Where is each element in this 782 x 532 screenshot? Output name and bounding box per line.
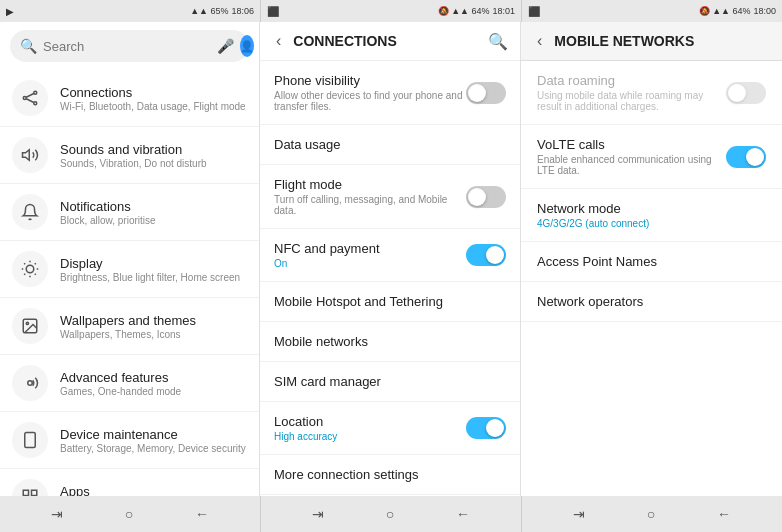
- settings-item-device[interactable]: Device maintenance Battery, Storage, Mem…: [0, 412, 259, 469]
- svg-point-16: [26, 322, 28, 324]
- location-toggle[interactable]: [466, 417, 506, 439]
- data-roaming-subtitle: Using mobile data while roaming may resu…: [537, 90, 726, 112]
- search-bar[interactable]: 🔍 🎤 👤: [10, 30, 249, 62]
- flight-mode-title: Flight mode: [274, 177, 466, 192]
- status-right-3: 🔕 ▲▲ 64% 18:00: [699, 6, 776, 16]
- flight-mode-content: Flight mode Turn off calling, messaging,…: [274, 177, 466, 216]
- settings-item-connections[interactable]: Connections Wi-Fi, Bluetooth, Data usage…: [0, 70, 259, 127]
- flight-mode-toggle[interactable]: [466, 186, 506, 208]
- connections-title: Connections: [60, 85, 247, 100]
- nav-back-3[interactable]: ←: [717, 506, 731, 522]
- wallpapers-subtitle: Wallpapers, Themes, Icons: [60, 329, 247, 340]
- mobile-networks-header-title: MOBILE NETWORKS: [554, 33, 770, 49]
- connections-back-button[interactable]: ‹: [272, 30, 285, 52]
- data-roaming-content: Data roaming Using mobile data while roa…: [537, 73, 726, 112]
- wallpapers-text: Wallpapers and themes Wallpapers, Themes…: [60, 313, 247, 340]
- nav-home-1[interactable]: ○: [125, 506, 133, 522]
- conn-item-mobile-networks[interactable]: Mobile networks: [260, 322, 520, 362]
- connections-subtitle: Wi-Fi, Bluetooth, Data usage, Flight mod…: [60, 101, 247, 112]
- nav-home-3[interactable]: ○: [647, 506, 655, 522]
- status-bar-3: ⬛ 🔕 ▲▲ 64% 18:00: [522, 0, 782, 22]
- apps-icon: [12, 479, 48, 496]
- conn-item-location[interactable]: Location High accuracy: [260, 402, 520, 455]
- conn-item-data-usage[interactable]: Data usage: [260, 125, 520, 165]
- mobile-networks-back-button[interactable]: ‹: [533, 30, 546, 52]
- display-icon: [12, 251, 48, 287]
- advanced-title: Advanced features: [60, 370, 247, 385]
- svg-line-4: [26, 99, 34, 103]
- data-roaming-title: Data roaming: [537, 73, 726, 88]
- network-mode-subtitle: 4G/3G/2G (auto connect): [537, 218, 766, 229]
- conn-item-sim[interactable]: SIM card manager: [260, 362, 520, 402]
- svg-line-10: [35, 274, 36, 275]
- phone-visibility-toggle[interactable]: [466, 82, 506, 104]
- device-subtitle: Battery, Storage, Memory, Device securit…: [60, 443, 247, 454]
- volte-content: VoLTE calls Enable enhanced communicatio…: [537, 137, 726, 176]
- settings-item-display[interactable]: Display Brightness, Blue light filter, H…: [0, 241, 259, 298]
- settings-item-apps[interactable]: Apps Default apps, App permissions: [0, 469, 259, 496]
- signal-icons-3: 🔕 ▲▲ 64%: [699, 6, 751, 16]
- phone-visibility-subtitle: Allow other devices to find your phone a…: [274, 90, 466, 112]
- data-roaming-toggle[interactable]: [726, 82, 766, 104]
- nav-recent-2[interactable]: ⇥: [312, 506, 324, 522]
- svg-rect-20: [23, 490, 28, 495]
- search-input[interactable]: [43, 39, 211, 54]
- flight-mode-subtitle: Turn off calling, messaging, and Mobile …: [274, 194, 466, 216]
- connections-text: Connections Wi-Fi, Bluetooth, Data usage…: [60, 85, 247, 112]
- settings-item-wallpapers[interactable]: Wallpapers and themes Wallpapers, Themes…: [0, 298, 259, 355]
- connections-list: Phone visibility Allow other devices to …: [260, 61, 520, 496]
- sounds-title: Sounds and vibration: [60, 142, 247, 157]
- settings-item-sounds[interactable]: Sounds and vibration Sounds, Vibration, …: [0, 127, 259, 184]
- signal-icons-2: 🔕 ▲▲ 64%: [438, 6, 490, 16]
- status-left-1: ▶: [6, 6, 14, 17]
- volte-subtitle: Enable enhanced communication using LTE …: [537, 154, 726, 176]
- nfc-toggle[interactable]: [466, 244, 506, 266]
- status-right-2: 🔕 ▲▲ 64% 18:01: [438, 6, 515, 16]
- display-title: Display: [60, 256, 247, 271]
- svg-point-6: [26, 265, 34, 273]
- more-content: More connection settings: [274, 467, 506, 482]
- volte-toggle[interactable]: [726, 146, 766, 168]
- main-layout: 🔍 🎤 👤 Connections Wi-Fi, Bluetooth, Data…: [0, 22, 782, 496]
- nav-recent-3[interactable]: ⇥: [573, 506, 585, 522]
- conn-item-nfc[interactable]: NFC and payment On: [260, 229, 520, 282]
- connections-icon: [12, 80, 48, 116]
- network-operators-title: Network operators: [537, 294, 766, 309]
- nav-back-2[interactable]: ←: [456, 506, 470, 522]
- sounds-text: Sounds and vibration Sounds, Vibration, …: [60, 142, 247, 169]
- volte-title: VoLTE calls: [537, 137, 726, 152]
- conn-item-more[interactable]: More connection settings: [260, 455, 520, 495]
- conn-item-hotspot[interactable]: Mobile Hotspot and Tethering: [260, 282, 520, 322]
- svg-marker-5: [23, 150, 30, 161]
- net-item-network-mode[interactable]: Network mode 4G/3G/2G (auto connect): [521, 189, 782, 242]
- mic-icon[interactable]: 🎤: [217, 38, 234, 54]
- svg-point-0: [23, 97, 26, 100]
- settings-item-advanced[interactable]: Advanced features Games, One-handed mode: [0, 355, 259, 412]
- conn-item-phone-visibility[interactable]: Phone visibility Allow other devices to …: [260, 61, 520, 125]
- nav-home-2[interactable]: ○: [386, 506, 394, 522]
- sounds-icon: [12, 137, 48, 173]
- panel-settings: 🔍 🎤 👤 Connections Wi-Fi, Bluetooth, Data…: [0, 22, 260, 496]
- settings-item-notifications[interactable]: Notifications Block, allow, prioritise: [0, 184, 259, 241]
- avatar-icon[interactable]: 👤: [240, 35, 254, 57]
- signal-icons-1: ▲▲ 65%: [190, 6, 228, 16]
- advanced-subtitle: Games, One-handed mode: [60, 386, 247, 397]
- net-item-apn[interactable]: Access Point Names: [521, 242, 782, 282]
- nav-recent-1[interactable]: ⇥: [51, 506, 63, 522]
- net-item-network-operators[interactable]: Network operators: [521, 282, 782, 322]
- svg-line-14: [35, 263, 36, 264]
- connections-search-icon[interactable]: 🔍: [488, 32, 508, 51]
- net-item-data-roaming[interactable]: Data roaming Using mobile data while roa…: [521, 61, 782, 125]
- svg-line-9: [24, 263, 25, 264]
- status-bars: ▶ ▲▲ 65% 18:06 ⬛ 🔕 ▲▲ 64% 18:01 ⬛ 🔕 ▲▲ 6…: [0, 0, 782, 22]
- mobile-networks-header: ‹ MOBILE NETWORKS: [521, 22, 782, 61]
- apn-content: Access Point Names: [537, 254, 766, 269]
- location-title: Location: [274, 414, 466, 429]
- settings-list: Connections Wi-Fi, Bluetooth, Data usage…: [0, 70, 259, 496]
- nav-back-1[interactable]: ←: [195, 506, 209, 522]
- notifications-subtitle: Block, allow, prioritise: [60, 215, 247, 226]
- net-item-volte[interactable]: VoLTE calls Enable enhanced communicatio…: [521, 125, 782, 189]
- conn-item-flight-mode[interactable]: Flight mode Turn off calling, messaging,…: [260, 165, 520, 229]
- sim-content: SIM card manager: [274, 374, 506, 389]
- network-operators-content: Network operators: [537, 294, 766, 309]
